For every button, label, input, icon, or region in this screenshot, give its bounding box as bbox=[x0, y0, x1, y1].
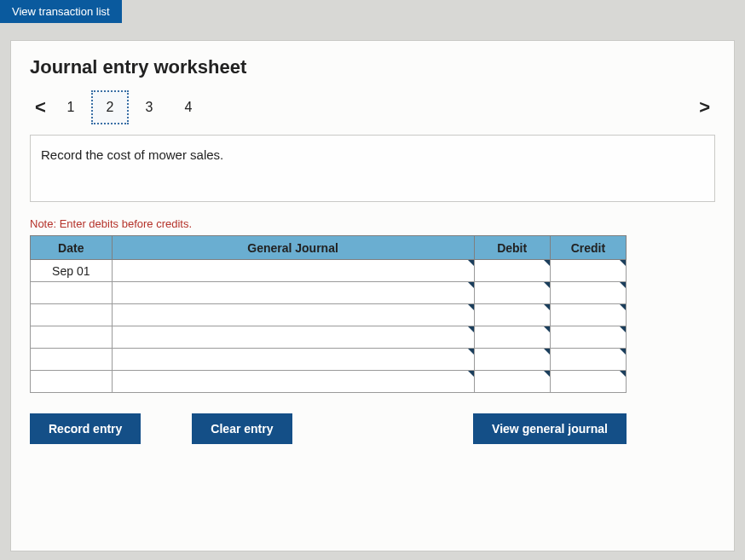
header-general-journal: General Journal bbox=[112, 236, 474, 260]
dropdown-indicator-icon bbox=[620, 260, 626, 266]
dropdown-indicator-icon bbox=[544, 349, 550, 355]
dropdown-indicator-icon bbox=[620, 326, 626, 332]
cell-debit[interactable] bbox=[474, 371, 550, 393]
dropdown-indicator-icon bbox=[620, 282, 626, 288]
dropdown-indicator-icon bbox=[544, 282, 550, 288]
dropdown-indicator-icon bbox=[468, 260, 474, 266]
instruction-box: Record the cost of mower sales. bbox=[30, 135, 715, 202]
dropdown-indicator-icon bbox=[620, 349, 626, 355]
cell-general-journal[interactable] bbox=[112, 260, 474, 282]
dropdown-indicator-icon bbox=[468, 304, 474, 310]
cell-date[interactable] bbox=[31, 304, 113, 326]
cell-debit[interactable] bbox=[474, 349, 550, 371]
cell-general-journal[interactable] bbox=[112, 349, 474, 371]
cell-credit[interactable] bbox=[550, 371, 626, 393]
table-row bbox=[31, 304, 627, 326]
table-row bbox=[31, 282, 627, 304]
worksheet-panel: Journal entry worksheet < 1 2 3 4 > Reco… bbox=[10, 40, 735, 551]
journal-table: Date General Journal Debit Credit Sep 01 bbox=[30, 235, 627, 393]
header-credit: Credit bbox=[550, 236, 626, 260]
cell-general-journal[interactable] bbox=[112, 304, 474, 326]
cell-debit[interactable] bbox=[474, 304, 550, 326]
cell-credit[interactable] bbox=[550, 326, 626, 349]
action-button-row: Record entry Clear entry View general jo… bbox=[30, 413, 627, 444]
step-3[interactable]: 3 bbox=[130, 90, 168, 124]
step-4[interactable]: 4 bbox=[170, 90, 207, 124]
table-row bbox=[31, 349, 627, 371]
record-entry-button[interactable]: Record entry bbox=[30, 413, 141, 444]
cell-general-journal[interactable] bbox=[112, 326, 474, 349]
header-debit: Debit bbox=[474, 236, 550, 260]
page-title: Journal entry worksheet bbox=[30, 56, 715, 78]
cell-debit[interactable] bbox=[474, 326, 550, 349]
dropdown-indicator-icon bbox=[544, 260, 550, 266]
cell-credit[interactable] bbox=[550, 304, 626, 326]
note-text: Note: Enter debits before credits. bbox=[30, 217, 715, 230]
view-transaction-list-button[interactable]: View transaction list bbox=[0, 0, 122, 23]
step-2[interactable]: 2 bbox=[91, 90, 129, 124]
cell-date[interactable] bbox=[31, 349, 113, 371]
table-row bbox=[31, 371, 627, 393]
prev-step-button[interactable]: < bbox=[30, 96, 51, 118]
table-row bbox=[31, 326, 627, 349]
dropdown-indicator-icon bbox=[544, 371, 550, 377]
dropdown-indicator-icon bbox=[468, 371, 474, 377]
cell-date[interactable]: Sep 01 bbox=[31, 260, 113, 282]
cell-debit[interactable] bbox=[474, 282, 550, 304]
cell-debit[interactable] bbox=[474, 260, 550, 282]
dropdown-indicator-icon bbox=[620, 371, 626, 377]
clear-entry-button[interactable]: Clear entry bbox=[192, 413, 292, 444]
dropdown-indicator-icon bbox=[620, 304, 626, 310]
dropdown-indicator-icon bbox=[544, 326, 550, 332]
next-step-button[interactable]: > bbox=[694, 96, 715, 118]
dropdown-indicator-icon bbox=[468, 349, 474, 355]
dropdown-indicator-icon bbox=[468, 282, 474, 288]
cell-credit[interactable] bbox=[550, 282, 626, 304]
cell-credit[interactable] bbox=[550, 260, 626, 282]
step-1[interactable]: 1 bbox=[52, 90, 90, 124]
table-row: Sep 01 bbox=[31, 260, 627, 282]
cell-general-journal[interactable] bbox=[112, 371, 474, 393]
dropdown-indicator-icon bbox=[544, 304, 550, 310]
instruction-text: Record the cost of mower sales. bbox=[41, 147, 223, 162]
cell-credit[interactable] bbox=[550, 349, 626, 371]
dropdown-indicator-icon bbox=[468, 326, 474, 332]
cell-date[interactable] bbox=[31, 282, 113, 304]
view-general-journal-button[interactable]: View general journal bbox=[473, 413, 627, 444]
cell-general-journal[interactable] bbox=[112, 282, 474, 304]
cell-date[interactable] bbox=[31, 371, 113, 393]
header-date: Date bbox=[31, 236, 113, 260]
cell-date[interactable] bbox=[31, 326, 113, 349]
step-nav: < 1 2 3 4 > bbox=[30, 90, 715, 124]
